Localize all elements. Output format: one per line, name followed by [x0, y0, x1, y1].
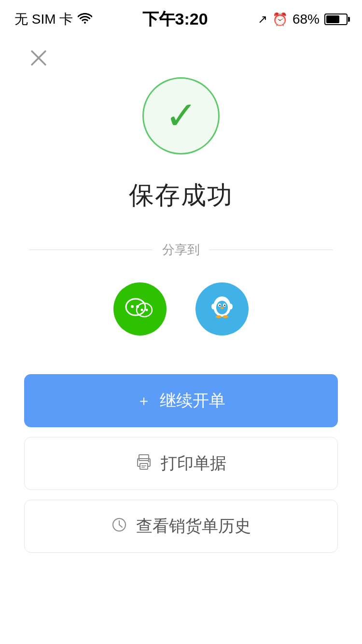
battery-label: 68%: [292, 12, 320, 27]
svg-point-14: [221, 307, 224, 309]
svg-rect-19: [139, 455, 149, 461]
checkmark-icon: ✓: [165, 97, 197, 135]
printer-icon: [136, 454, 152, 474]
time-label: 下午3:20: [142, 8, 208, 30]
status-left: 无 SIM 卡: [14, 10, 92, 28]
svg-point-24: [148, 461, 150, 462]
svg-point-5: [136, 305, 139, 308]
carrier-label: 无 SIM 卡: [14, 10, 73, 28]
continue-button[interactable]: ＋ 继续开单: [24, 374, 338, 427]
status-right: ↗ ⏰ 68%: [258, 12, 348, 27]
svg-point-13: [224, 305, 225, 306]
history-button[interactable]: 查看销货单历史: [24, 500, 338, 553]
share-line-left: [29, 250, 153, 250]
history-label: 查看销货单历史: [136, 515, 251, 537]
svg-point-2: [126, 299, 145, 315]
svg-point-6: [141, 309, 143, 311]
print-button[interactable]: 打印单据: [24, 437, 338, 490]
print-label: 打印单据: [161, 452, 226, 475]
alarm-icon: ⏰: [272, 12, 288, 27]
svg-point-15: [211, 304, 215, 309]
svg-point-7: [146, 309, 148, 311]
svg-rect-22: [141, 465, 146, 466]
svg-point-16: [229, 304, 233, 309]
wifi-icon: [78, 12, 92, 27]
clock-icon: [111, 517, 127, 536]
success-icon-circle: ✓: [142, 77, 220, 154]
close-button[interactable]: [24, 43, 53, 72]
svg-point-12: [219, 305, 221, 306]
battery-icon: [324, 14, 348, 25]
continue-label: 继续开单: [160, 390, 225, 412]
svg-rect-21: [140, 463, 148, 469]
main-content: ✓ 保存成功 分享到: [0, 39, 362, 553]
svg-line-27: [119, 525, 122, 527]
svg-rect-23: [141, 467, 145, 468]
qq-share-button[interactable]: [195, 282, 249, 336]
share-label: 分享到: [153, 241, 209, 258]
svg-point-18: [223, 315, 228, 318]
share-section: 分享到: [0, 241, 362, 258]
svg-point-4: [131, 305, 134, 308]
wechat-share-button[interactable]: [113, 282, 167, 336]
success-title: 保存成功: [129, 179, 233, 212]
status-bar: 无 SIM 卡 下午3:20 ↗ ⏰ 68%: [0, 0, 362, 39]
plus-icon: ＋: [137, 391, 151, 411]
share-icons: [113, 282, 249, 336]
svg-point-17: [216, 315, 222, 318]
location-icon: ↗: [258, 13, 267, 26]
actions-container: ＋ 继续开单 打印单据: [0, 374, 362, 553]
share-line-right: [209, 250, 333, 250]
